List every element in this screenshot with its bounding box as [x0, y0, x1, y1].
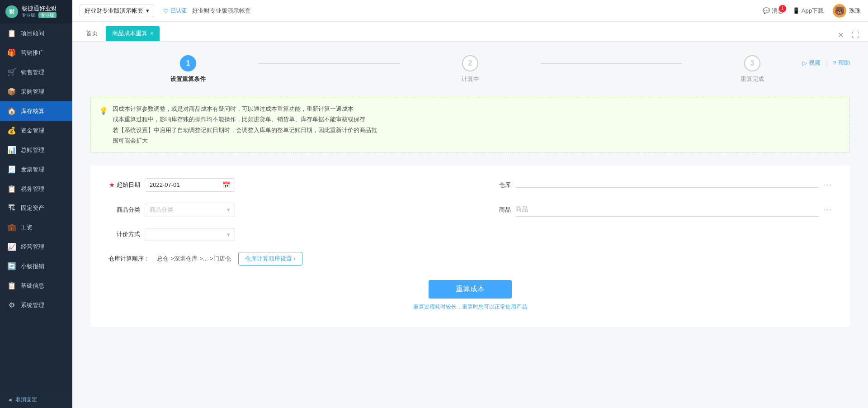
verified-text: 已认证 [170, 7, 187, 14]
tabbar: 首页 商品成本重算 × ✕ ⛶ [72, 22, 868, 42]
calendar-icon: 📅 [222, 181, 230, 189]
category-select[interactable]: 商品分类 ▾ [145, 203, 235, 217]
content-area: 1 设置重算条件 2 计算中 3 重算完成 ▷ 视 [72, 42, 868, 408]
verified-badge: 🛡 已认证 [163, 7, 187, 14]
message-button[interactable]: 💬 消息 1 [763, 7, 783, 15]
warehouse-order-value: 总仓->深圳仓库->...->门店仓 [157, 255, 231, 263]
form-row-3: 计价方式 ▾ [108, 228, 832, 241]
shield-icon: 🛡 [163, 8, 169, 14]
app-download-label: App下载 [802, 7, 824, 15]
info-icon: 💡 [99, 104, 108, 146]
help-link[interactable]: ? 帮助 [833, 59, 850, 67]
sidebar-item-basicinfo[interactable]: 📋 基础信息 [0, 276, 72, 295]
sidebar-item-label: 发票管理 [21, 166, 44, 174]
account-selector[interactable]: 好业财专业版演示帐套 ▾ [80, 5, 154, 17]
form-group-product: 商品 商品 ··· [479, 203, 832, 217]
required-star: ★ [109, 181, 115, 188]
help-icon: ? [833, 60, 836, 66]
verified-company: 好业财专业版演示帐套 [192, 7, 251, 15]
basicinfo-icon: 📋 [7, 281, 16, 290]
sidebar-nav: 📋 项目顾问 🎁 营销推广 🛒 销售管理 📦 采购管理 🏠 库存核算 💰 资金管… [0, 24, 72, 391]
sidebar-item-project[interactable]: 📋 项目顾问 [0, 24, 72, 43]
message-count: 1 [779, 5, 786, 12]
purchase-icon: 📦 [7, 87, 16, 96]
operation-icon: 📈 [7, 242, 16, 251]
recalc-tip: 重算过程耗时较长，重算时您可以正常使用产品 [413, 303, 527, 311]
form-group-date: ★ 起始日期 2022-07-01 📅 [108, 178, 461, 192]
topbar-right: 💬 消息 1 📱 App下载 🐻 珠珠 [763, 4, 861, 18]
marketing-icon: 🎁 [7, 48, 16, 57]
sidebar-item-operation[interactable]: 📈 经营管理 [0, 237, 72, 256]
category-dropdown-icon: ▾ [227, 206, 230, 213]
sidebar-item-label: 项目顾问 [21, 29, 44, 38]
app-sub: 专业版 专业版 [22, 12, 57, 19]
tab-cost-recalc[interactable]: 商品成本重算 × [106, 26, 160, 41]
sidebar-item-assets[interactable]: 🏗 固定资产 [0, 199, 72, 218]
step1-circle: 1 [180, 55, 196, 71]
warehouse-order-settings-btn[interactable]: 仓库计算顺序设置 › [238, 252, 302, 266]
stepper: 1 设置重算条件 2 计算中 3 重算完成 ▷ 视 [90, 55, 850, 83]
step-line-1 [259, 63, 400, 64]
sidebar-item-invoice[interactable]: 🧾 发票管理 [0, 160, 72, 179]
sidebar-item-label: 系统管理 [21, 301, 44, 309]
sidebar-item-system[interactable]: ⚙ 系统管理 [0, 295, 72, 315]
logo-text-block: 畅捷通好业财 专业版 专业版 [22, 5, 57, 19]
expand-window-icon[interactable]: ⛶ [850, 29, 861, 41]
sidebar: 财 畅捷通好业财 专业版 专业版 📋 项目顾问 🎁 营销推广 🛒 销售管理 📦 … [0, 0, 72, 408]
tab-close-icon[interactable]: × [150, 30, 153, 37]
avatar: 🐻 [833, 4, 846, 18]
sidebar-item-inventory[interactable]: 🏠 库存核算 [0, 101, 72, 121]
sidebar-item-sales[interactable]: 🛒 销售管理 [0, 62, 72, 82]
tab-home[interactable]: 首页 [80, 26, 104, 41]
sidebar-item-label: 小畅报销 [21, 262, 44, 270]
warehouse-label: 仓库 [479, 181, 511, 189]
sidebar-item-accounting[interactable]: 📊 总账管理 [0, 140, 72, 160]
sidebar-item-label: 资金管理 [21, 127, 44, 135]
pricing-dropdown-icon: ▾ [227, 231, 230, 238]
sidebar-item-salary[interactable]: 💼 工资 [0, 218, 72, 237]
sidebar-logo: 财 畅捷通好业财 专业版 专业版 [0, 0, 72, 24]
app-download-button[interactable]: 📱 App下载 [793, 7, 824, 15]
warehouse-more-btn[interactable]: ··· [824, 180, 832, 190]
tax-icon: 📋 [7, 185, 16, 193]
user-menu[interactable]: 🐻 珠珠 [833, 4, 861, 18]
sidebar-item-label: 基础信息 [21, 282, 44, 290]
message-icon: 💬 [763, 7, 770, 14]
logo-icon: 财 [5, 5, 18, 18]
product-more-btn[interactable]: ··· [824, 205, 832, 214]
recalc-button[interactable]: 重算成本 [429, 280, 512, 299]
sidebar-cancel-fixed[interactable]: ◄ 取消固定 [0, 391, 72, 408]
sidebar-item-expense[interactable]: 🔄 小畅报销 [0, 256, 72, 276]
sales-icon: 🛒 [7, 68, 16, 76]
warehouse-order-row: 仓库计算顺序： 总仓->深圳仓库->...->门店仓 仓库计算顺序设置 › [108, 252, 832, 266]
product-input-area: 商品 [515, 203, 819, 217]
step-1: 1 设置重算条件 [118, 55, 259, 83]
sidebar-item-label: 固定资产 [21, 204, 44, 212]
main-area: 好业财专业版演示帐套 ▾ 🛡 已认证 好业财专业版演示帐套 💬 消息 1 📱 A… [72, 0, 868, 408]
cancel-fixed-label: 取消固定 [15, 396, 37, 403]
close-window-icon[interactable]: ✕ [836, 29, 845, 41]
project-icon: 📋 [7, 29, 16, 38]
product-label: 商品 [479, 206, 511, 214]
sidebar-item-purchase[interactable]: 📦 采购管理 [0, 82, 72, 101]
back-arrow-icon: ◄ [7, 397, 13, 403]
sidebar-item-label: 总账管理 [21, 146, 44, 154]
sidebar-item-marketing[interactable]: 🎁 营销推广 [0, 43, 72, 62]
step3-circle: 3 [744, 55, 760, 71]
start-date-input[interactable]: 2022-07-01 📅 [145, 178, 235, 192]
step-2: 2 计算中 [400, 55, 541, 83]
pricing-select[interactable]: ▾ [145, 228, 235, 241]
sidebar-item-tax[interactable]: 📋 税务管理 [0, 179, 72, 199]
form-group-category: 商品分类 商品分类 ▾ [108, 203, 461, 217]
accounting-icon: 📊 [7, 146, 16, 154]
form-row-1: ★ 起始日期 2022-07-01 📅 仓库 ··· [108, 178, 832, 192]
salary-icon: 💼 [7, 223, 16, 232]
pro-badge: 专业版 [38, 12, 57, 18]
category-label: 商品分类 [108, 206, 140, 214]
sidebar-item-finance[interactable]: 💰 资金管理 [0, 121, 72, 140]
step-3: 3 重算完成 [682, 55, 823, 83]
sidebar-item-label: 营销推广 [21, 49, 44, 57]
step-line-2 [541, 63, 682, 64]
system-icon: ⚙ [7, 301, 16, 309]
form-group-pricing: 计价方式 ▾ [108, 228, 461, 241]
